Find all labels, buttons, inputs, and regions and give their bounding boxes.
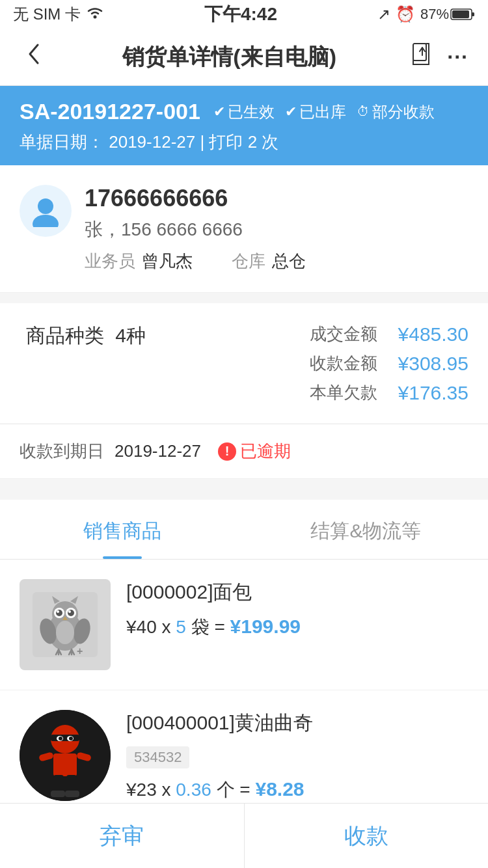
more-button[interactable]: ··· <box>447 45 468 69</box>
check-icon-2: ✔ <box>285 103 297 120</box>
svg-rect-25 <box>51 735 79 741</box>
clock-icon: ⏱ <box>357 104 370 119</box>
svg-rect-34 <box>66 775 77 793</box>
svg-rect-30 <box>53 753 77 776</box>
avatar <box>20 185 72 237</box>
svg-point-6 <box>33 215 59 227</box>
svg-point-21 <box>56 621 74 644</box>
battery-indicator: 87% <box>420 6 475 23</box>
svg-point-28 <box>59 737 62 740</box>
wifi-icon <box>86 5 104 23</box>
bottom-action-bar: 弃审 收款 <box>0 803 488 868</box>
warehouse: 仓库 总仓 <box>232 250 306 273</box>
product-thumbnail-1: + <box>20 579 111 670</box>
product-details-2: [000400001]黄油曲奇 534532 ¥23 x 0.36 个 = ¥8… <box>126 710 468 802</box>
svg-rect-35 <box>51 791 65 797</box>
sales-person: 业务员 曾凡杰 <box>85 250 193 273</box>
cancel-review-button[interactable]: 弃审 <box>0 804 245 868</box>
check-icon-1: ✔ <box>213 103 225 120</box>
customer-section: 17666666666 张，156 6666 6666 业务员 曾凡杰 仓库 总… <box>0 165 488 293</box>
svg-point-29 <box>69 737 73 740</box>
product-price-2: ¥23 x 0.36 个 = ¥8.28 <box>126 778 468 802</box>
customer-name-phone: 张，156 6666 6666 <box>85 217 468 242</box>
divider-1 <box>0 293 488 303</box>
overdue-text: 已逾期 <box>240 440 291 463</box>
stats-left: 商品种类 4种 <box>20 323 146 349</box>
received-row: 收款金额 ¥308.95 <box>310 352 468 375</box>
product-list: + [0000002]面包 ¥40 x 5 袋 = ¥199.99 <box>0 560 488 822</box>
svg-point-12 <box>56 610 62 616</box>
list-item: + [0000002]面包 ¥40 x 5 袋 = ¥199.99 <box>0 560 488 690</box>
status-partial: ⏱ 部分收款 <box>357 102 435 122</box>
tabs-header: 销售商品 结算&物流等 <box>0 500 488 560</box>
svg-point-13 <box>68 610 74 616</box>
carrier-label: 无 SIM 卡 <box>13 4 81 25</box>
order-status-tags: ✔ 已生效 ✔ 已出库 ⏱ 部分收款 <box>213 102 468 122</box>
tab-settlement[interactable]: 结算&物流等 <box>244 500 488 559</box>
status-time: 下午4:42 <box>204 2 277 27</box>
status-left: 无 SIM 卡 <box>13 4 104 25</box>
alarm-icon: ⏰ <box>396 5 415 23</box>
customer-info: 17666666666 张，156 6666 6666 业务员 曾凡杰 仓库 总… <box>85 185 468 273</box>
amount-label: 成交金额 <box>310 323 377 346</box>
page-title: 销货单详情(来自电脑) <box>48 42 411 72</box>
amount-value: ¥485.30 <box>390 323 468 346</box>
debt-row: 本单欠款 ¥176.35 <box>310 381 468 404</box>
stats-section: 商品种类 4种 成交金额 ¥485.30 收款金额 ¥308.95 本单欠款 ¥… <box>0 303 488 424</box>
due-date-value: 2019-12-27 <box>115 441 201 461</box>
svg-rect-3 <box>452 10 469 18</box>
svg-text:+: + <box>77 645 83 657</box>
received-label: 收款金额 <box>310 352 377 375</box>
product-qty-1: 5 <box>176 617 186 637</box>
collect-payment-button[interactable]: 收款 <box>245 804 489 868</box>
product-name-2: [000400001]黄油曲奇 <box>126 710 468 737</box>
back-button[interactable] <box>20 34 48 79</box>
stats-right: 成交金额 ¥485.30 收款金额 ¥308.95 本单欠款 ¥176.35 <box>310 323 468 404</box>
svg-rect-36 <box>65 791 79 797</box>
tab-sales-products[interactable]: 销售商品 <box>0 500 244 559</box>
location-icon: ↗ <box>377 5 390 23</box>
status-effective: ✔ 已生效 <box>213 102 275 122</box>
product-qty-2: 0.36 <box>176 780 211 800</box>
share-button[interactable] <box>411 42 434 72</box>
product-name-1: [0000002]面包 <box>126 579 468 606</box>
battery-percent: 87% <box>420 6 449 23</box>
product-thumbnail-2 <box>20 710 111 801</box>
tabs-section: 销售商品 结算&物流等 <box>0 500 488 822</box>
product-total-2: ¥8.28 <box>255 778 304 800</box>
due-label: 收款到期日 <box>20 440 104 463</box>
svg-rect-33 <box>53 775 64 793</box>
svg-point-0 <box>94 16 97 19</box>
customer-meta: 业务员 曾凡杰 仓库 总仓 <box>85 250 468 273</box>
order-date-info: 单据日期： 2019-12-27 | 打印 2 次 <box>20 131 468 154</box>
svg-point-5 <box>38 198 53 214</box>
amount-row: 成交金额 ¥485.30 <box>310 323 468 346</box>
due-date-section: 收款到期日 2019-12-27 ! 已逾期 <box>0 424 488 479</box>
divider-2 <box>0 479 488 489</box>
customer-id: 17666666666 <box>85 185 468 212</box>
product-batch-2: 534532 <box>126 746 189 768</box>
order-id: SA-20191227-001 <box>20 99 200 124</box>
product-type-count: 商品种类 4种 <box>20 323 146 349</box>
overdue-icon: ! <box>218 442 236 461</box>
status-shipped: ✔ 已出库 <box>285 102 346 122</box>
product-details-1: [0000002]面包 ¥40 x 5 袋 = ¥199.99 <box>126 579 468 640</box>
nav-bar: 销货单详情(来自电脑) ··· <box>0 29 488 86</box>
status-bar: 无 SIM 卡 下午4:42 ↗ ⏰ 87% <box>0 0 488 29</box>
nav-actions: ··· <box>411 42 468 72</box>
received-value: ¥308.95 <box>390 353 468 375</box>
svg-point-15 <box>68 610 71 613</box>
debt-label: 本单欠款 <box>310 381 377 404</box>
order-header-banner: SA-20191227-001 ✔ 已生效 ✔ 已出库 ⏱ 部分收款 单据日期：… <box>0 86 488 165</box>
product-total-1: ¥199.99 <box>230 616 301 637</box>
product-price-1: ¥40 x 5 袋 = ¥199.99 <box>126 615 468 640</box>
debt-value: ¥176.35 <box>390 382 468 404</box>
svg-point-14 <box>57 610 59 613</box>
svg-rect-2 <box>472 12 474 16</box>
overdue-badge: ! 已逾期 <box>218 440 291 463</box>
status-right: ↗ ⏰ 87% <box>377 5 475 23</box>
